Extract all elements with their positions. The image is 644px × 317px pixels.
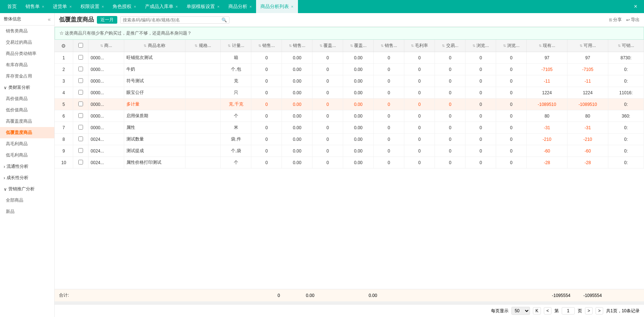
table-cell[interactable] <box>73 134 88 145</box>
sidebar-item[interactable]: 低覆盖度商品 <box>0 127 54 138</box>
table-cell: 0 <box>496 134 527 145</box>
column-header-sale3[interactable]: ⇅ 销售... <box>374 40 404 52</box>
search-input[interactable] <box>123 17 220 23</box>
nav-close-icon[interactable]: × <box>176 4 178 9</box>
table-cell[interactable] <box>73 157 88 169</box>
table-cell[interactable]: 0 <box>466 157 496 169</box>
sidebar-item[interactable]: 低价值商品 <box>0 104 54 116</box>
column-header-code[interactable]: ⇅ 商... <box>88 40 124 52</box>
share-button[interactable]: ⎘ 分享 <box>609 17 622 23</box>
nav-item-角色授权[interactable]: 角色授权× <box>108 0 140 13</box>
table-cell[interactable]: 0 <box>466 145 496 157</box>
sidebar-item[interactable]: 高覆盖度商品 <box>0 116 54 127</box>
nav-close-icon[interactable]: × <box>217 4 219 9</box>
column-header-stock_sale[interactable]: ⇅ 可销... <box>608 40 644 52</box>
table-cell[interactable]: 0 <box>466 52 496 64</box>
sidebar-group3-label[interactable]: › 流通性分析 <box>0 161 54 172</box>
horizontal-scrollbar[interactable] <box>55 301 644 304</box>
table-cell: 0 <box>435 145 466 157</box>
sidebar-item[interactable]: 新品 <box>0 206 54 217</box>
nav-close-icon[interactable]: × <box>69 4 71 9</box>
sidebar-item[interactable]: 交易过的商品 <box>0 37 54 48</box>
table-cell[interactable] <box>73 110 88 122</box>
sidebar-item[interactable]: 商品分类动销率 <box>0 48 54 59</box>
sidebar-item[interactable]: 库存资金占用 <box>0 71 54 82</box>
column-header-cover2[interactable]: ⇅ 覆盖... <box>343 40 374 52</box>
table-cell[interactable]: 0 <box>466 75 496 87</box>
table-cell[interactable] <box>73 99 88 110</box>
sidebar-group5-label[interactable]: ∨ 营销推广分析 <box>0 183 54 195</box>
table-cell: 0 <box>251 99 282 110</box>
column-header-stock_avail[interactable]: ⇅ 可用... <box>568 40 608 52</box>
column-header-sale_qty[interactable]: ⇅ 销售... <box>251 40 282 52</box>
sidebar-group4-label[interactable]: › 成长性分析 <box>0 172 54 183</box>
sidebar-group2-label[interactable]: ∨ 类财富分析 <box>0 82 54 93</box>
sidebar-item[interactable]: 销售类商品 <box>0 25 54 37</box>
column-header-stock_now[interactable]: ⇅ 现有... <box>527 40 568 52</box>
search-icon[interactable]: 🔍 <box>221 17 227 23</box>
column-header-view1[interactable]: ⇅ 浏览... <box>466 40 496 52</box>
page-number-input[interactable] <box>562 307 575 314</box>
table-cell[interactable]: 0 <box>466 110 496 122</box>
nav-close-icon[interactable]: × <box>42 4 44 9</box>
table-cell[interactable]: 0 <box>466 122 496 134</box>
column-header-checkbox[interactable] <box>73 40 88 52</box>
per-page-select[interactable]: 50 100 200 <box>511 307 530 315</box>
table-cell[interactable]: 0 <box>466 64 496 75</box>
select-all-checkbox[interactable] <box>78 43 83 48</box>
sidebar-item[interactable]: 高毛利商品 <box>0 138 54 150</box>
column-header-sale_amt[interactable]: ⇅ 销售... <box>282 40 313 52</box>
sidebar-header-label: 整体信息 <box>4 16 21 22</box>
column-header-gross[interactable]: ⇅ 毛利率 <box>404 40 435 52</box>
nav-item-进货单[interactable]: 进货单× <box>48 0 76 13</box>
table-cell[interactable] <box>73 64 88 75</box>
sidebar-item[interactable]: 全部商品 <box>0 195 54 206</box>
nav-item-销售单[interactable]: 销售单× <box>21 0 48 13</box>
sidebar-header[interactable]: 整体信息 « <box>0 13 54 25</box>
table-cell[interactable]: 0 <box>466 99 496 110</box>
table-cell[interactable] <box>73 122 88 134</box>
column-header-trade[interactable]: ⇅ 交易... <box>435 40 466 52</box>
next-page-button[interactable]: > <box>585 307 593 314</box>
nav-close-icon[interactable]: × <box>134 4 136 9</box>
nav-item-产成品入库单[interactable]: 产成品入库单× <box>141 0 182 13</box>
table-cell: 0 <box>404 87 435 99</box>
nav-item-商品分析[interactable]: 商品分析× <box>224 0 256 13</box>
window-close-button[interactable]: × <box>630 1 641 12</box>
table-cell[interactable] <box>73 52 88 64</box>
table-cell: 0 <box>435 99 466 110</box>
export-button[interactable]: ↩ 导出 <box>626 17 640 23</box>
table-container[interactable]: ⚙⇅ 商...⇅ 商品名称⇅ 规格...⇅ 计量...⇅ 销售...⇅ 销售..… <box>55 40 644 289</box>
column-header-spec[interactable]: ⇅ 规格... <box>185 40 221 52</box>
table-cell: 0 <box>435 52 466 64</box>
info-banner: ☆ 这类商品只有很少客户购买过，是推广不够，还是商品本身问题？ <box>55 27 644 40</box>
table-cell[interactable]: 0 <box>466 134 496 145</box>
nav-close-icon[interactable]: × <box>102 4 104 9</box>
nav-close-icon[interactable]: × <box>291 4 293 9</box>
last-page-button[interactable]: > <box>596 307 603 314</box>
nav-item-权限设置[interactable]: 权限设置× <box>76 0 108 13</box>
column-header-unit[interactable]: ⇅ 计量... <box>221 40 251 52</box>
sidebar-item[interactable]: 低毛利商品 <box>0 150 54 161</box>
column-header-settings[interactable]: ⚙ <box>55 40 73 52</box>
table-cell[interactable] <box>73 87 88 99</box>
first-page-button[interactable]: K <box>533 307 541 314</box>
prev-page-button[interactable]: < <box>544 307 551 314</box>
column-header-cover1[interactable]: ⇅ 覆盖... <box>313 40 343 52</box>
table-cell[interactable] <box>73 145 88 157</box>
nav-item-首页[interactable]: 首页 <box>3 0 21 13</box>
table-cell: 8 <box>55 134 73 145</box>
nav-close-icon[interactable]: × <box>250 4 252 9</box>
column-header-name[interactable]: ⇅ 商品名称 <box>124 40 185 52</box>
nav-item-商品分析列表[interactable]: 商品分析列表× <box>256 0 298 13</box>
sidebar-item[interactable]: 有库存商品 <box>0 59 54 71</box>
sidebar-group2-expand-icon: ∨ <box>4 85 7 90</box>
nav-item-单据模板设置[interactable]: 单据模板设置× <box>182 0 224 13</box>
column-header-view2[interactable]: ⇅ 浏览... <box>496 40 527 52</box>
sidebar-collapse-icon[interactable]: « <box>48 16 51 22</box>
table-cell[interactable]: 0 <box>466 87 496 99</box>
header-actions: ⎘ 分享 ↩ 导出 <box>609 17 640 23</box>
table-cell[interactable] <box>73 75 88 87</box>
period-button[interactable]: 近一月 <box>97 16 117 24</box>
sidebar-item[interactable]: 高价值商品 <box>0 93 54 104</box>
